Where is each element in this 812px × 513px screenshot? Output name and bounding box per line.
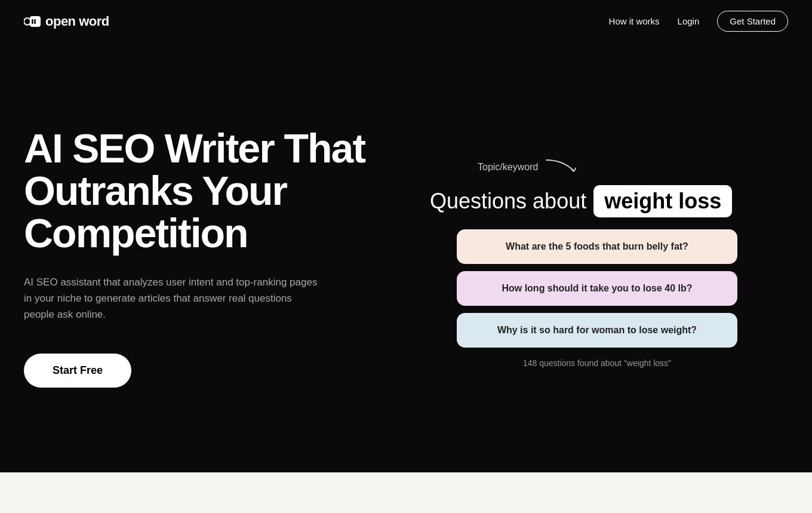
keyword-badge: weight loss: [593, 185, 732, 217]
hero-title-line2: Outranks Your Competition: [24, 168, 287, 256]
nav-how-it-works[interactable]: How it works: [609, 16, 660, 26]
hero-title: AI SEO Writer That Outranks Your Competi…: [24, 127, 406, 255]
start-free-button[interactable]: Start Free: [24, 354, 131, 388]
questions-header: Questions about weight loss: [430, 185, 732, 217]
question-cards: What are the 5 foods that burn belly fat…: [457, 229, 737, 348]
nav-login[interactable]: Login: [678, 16, 700, 26]
hero-subtitle: AI SEO assistant that analyzes user inte…: [24, 274, 322, 323]
hero-title-line1: AI SEO Writer That: [24, 125, 365, 171]
question-card-2[interactable]: How long should it take you to lose 40 l…: [457, 271, 737, 306]
navbar: open word How it works Login Get Started: [0, 0, 812, 42]
question-card-1[interactable]: What are the 5 foods that burn belly fat…: [457, 229, 737, 264]
topic-label: Topic/keyword: [478, 162, 538, 173]
questions-about-text: Questions about: [430, 189, 586, 214]
get-started-button[interactable]: Get Started: [717, 11, 788, 32]
logo-text: open word: [45, 14, 109, 29]
logo-icon: [24, 16, 41, 27]
question-card-3[interactable]: Why is it so hard for woman to lose weig…: [457, 313, 737, 348]
hero-left: AI SEO Writer That Outranks Your Competi…: [24, 115, 406, 388]
questions-found-text: 148 questions found about "weight loss": [523, 358, 671, 368]
topic-label-row: Topic/keyword: [478, 159, 576, 176]
logo[interactable]: open word: [24, 14, 109, 29]
svg-rect-3: [34, 19, 35, 23]
how-it-works-section: How it works: [0, 472, 812, 513]
svg-rect-0: [24, 18, 31, 25]
svg-rect-2: [32, 19, 33, 23]
arrow-icon: [545, 159, 576, 176]
nav-links: How it works Login Get Started: [609, 11, 788, 32]
hero-right: Topic/keyword Questions about weight los…: [406, 135, 788, 368]
hero-section: AI SEO Writer That Outranks Your Competi…: [0, 42, 812, 472]
how-it-works-title: How it works: [24, 508, 788, 513]
